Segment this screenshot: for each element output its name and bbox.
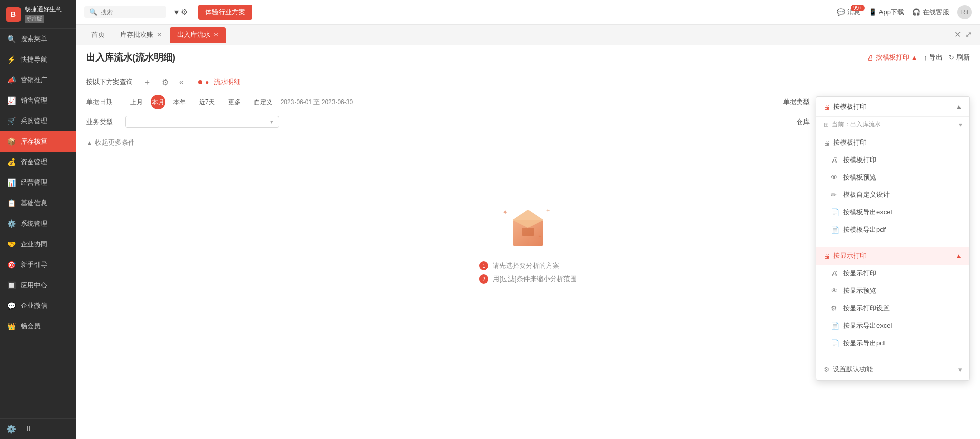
display-settings-item[interactable]: ⚙ 按显示打印设置 — [816, 300, 969, 317]
sidebar-item-purchase[interactable]: 🛒 采购管理 — [0, 111, 76, 131]
collapse-filter-icon[interactable]: « — [179, 77, 184, 87]
export-btn[interactable]: ↑ 导出 — [924, 53, 943, 62]
business-type-chevron: ▾ — [270, 118, 273, 125]
app-download-item[interactable]: 📱 App下载 — [869, 8, 904, 17]
svg-text:✦: ✦ — [546, 208, 550, 213]
sidebar-item-search[interactable]: 🔍 搜索菜单 — [0, 29, 76, 49]
display-preview-icon: 👁 — [831, 287, 839, 295]
collapse-btn[interactable]: ▲ 收起更多条件 — [86, 138, 135, 147]
tab-flow[interactable]: 出入库流水 ✕ — [170, 27, 226, 43]
tab-bar: 首页 库存批次账 ✕ 出入库流水 ✕ ✕ ⤢ — [76, 25, 980, 45]
date-more[interactable]: 更多 — [223, 96, 246, 108]
sidebar-item-inventory[interactable]: 📦 库存核算 — [0, 131, 76, 152]
page-header: 出入库流水(流水明细) 🖨 按模板打印 ▲ ↑ 导出 ↻ 刷新 — [76, 45, 980, 68]
flow-detail-dot — [198, 80, 202, 84]
display-preview-item[interactable]: 👁 按显示预览 — [816, 282, 969, 300]
search-input[interactable] — [101, 9, 152, 16]
gear-icon[interactable]: ⚙ — [181, 7, 188, 17]
message-item[interactable]: 💬 消息 99+ — [837, 8, 860, 17]
tab-batch[interactable]: 库存批次账 ✕ — [113, 27, 169, 43]
refresh-icon: ↻ — [949, 54, 954, 62]
flow-detail-item[interactable]: ● 流水明细 — [198, 75, 241, 89]
tab-bar-right: ✕ ⤢ — [954, 30, 972, 39]
date-last-month[interactable]: 上月 — [125, 96, 148, 108]
user-item[interactable]: Rit — [957, 5, 972, 19]
message-badge: 99+ — [851, 5, 865, 11]
sidebar-item-member[interactable]: 👑 畅会员 — [0, 316, 76, 336]
business-type-select[interactable]: ▾ — [125, 116, 279, 128]
settings-bottom-icon[interactable]: ⚙️ — [6, 424, 16, 434]
date-this-year[interactable]: 本年 — [168, 96, 191, 108]
display-pdf-icon: 📄 — [831, 339, 839, 347]
sidebar-item-enterprise[interactable]: 🤝 企业协同 — [0, 234, 76, 254]
sidebar-item-guide[interactable]: 🎯 新手引导 — [0, 254, 76, 275]
doc-type-label: 单据类型 — [783, 97, 810, 107]
sidebar: B 畅捷通好生意 标准版 🔍 搜索菜单 ⚡ 快捷导航 📣 营销推广 📈 销售管理… — [0, 0, 76, 439]
sidebar-item-operation[interactable]: 📊 经营管理 — [0, 172, 76, 193]
export-icon: ↑ — [924, 54, 928, 62]
date-7days[interactable]: 近7天 — [194, 96, 220, 108]
tab-home[interactable]: 首页 — [84, 27, 112, 43]
sidebar-item-marketing[interactable]: 📣 营销推广 — [0, 70, 76, 90]
online-service-item[interactable]: 🎧 在线客服 — [912, 8, 949, 17]
chevron-down-icon[interactable]: ▾ — [174, 7, 179, 17]
header-search-box[interactable]: 🔍 — [84, 6, 166, 18]
dropdown-separator-2 — [816, 356, 969, 356]
pause-bottom-icon[interactable]: ⏸ — [25, 424, 33, 434]
display-excel-item[interactable]: 📄 按显示导出excel — [816, 317, 969, 334]
settings-filter-icon[interactable]: ⚙ — [162, 77, 169, 87]
tab-close-all-icon[interactable]: ✕ — [954, 30, 961, 39]
date-filter-label: 单据日期 — [86, 97, 117, 107]
tab-flow-close[interactable]: ✕ — [213, 31, 219, 38]
tab-batch-close[interactable]: ✕ — [156, 31, 162, 38]
template-excel-item[interactable]: 📄 按模板导出excel — [816, 204, 969, 221]
business-type-label: 业务类型 — [86, 117, 117, 127]
chevron-up-dropdown-icon[interactable]: ▲ — [956, 103, 962, 110]
logo-text: 畅捷通好生意 标准版 — [25, 5, 62, 23]
date-custom[interactable]: 自定义 — [249, 96, 278, 108]
sidebar-item-finance[interactable]: 💰 资金管理 — [0, 152, 76, 172]
add-filter-icon[interactable]: ＋ — [143, 77, 151, 88]
trial-button[interactable]: 体验行业方案 — [198, 5, 252, 20]
print-template-btn[interactable]: 🖨 按模板打印 ▲ — [867, 53, 918, 62]
default-settings-icon: ⚙ — [824, 366, 830, 373]
template-custom-icon: ✏ — [831, 191, 839, 199]
display-section-header[interactable]: 🖨 按显示打印 ▲ — [816, 247, 969, 265]
print-header-icon: 🖨 — [824, 103, 830, 111]
template-print-item[interactable]: 🖨 按模板打印 — [816, 151, 969, 169]
sidebar-item-sales[interactable]: 📈 销售管理 — [0, 90, 76, 111]
date-this-month[interactable]: 本月 — [151, 95, 165, 109]
sidebar-item-appcenter[interactable]: 🔲 应用中心 — [0, 275, 76, 295]
template-section-header[interactable]: 🖨 按模板打印 — [816, 134, 969, 151]
current-chevron-icon[interactable]: ▾ — [959, 121, 962, 128]
enterprise-icon: 🤝 — [6, 239, 16, 249]
display-pdf-item[interactable]: 📄 按显示导出pdf — [816, 334, 969, 352]
member-icon: 👑 — [6, 321, 16, 331]
sidebar-item-quicknav[interactable]: ⚡ 快捷导航 — [0, 49, 76, 70]
empty-illustration: ✦ ✦ ✦ — [497, 199, 559, 251]
finance-icon: 💰 — [6, 157, 16, 167]
svg-rect-2 — [522, 228, 534, 236]
default-settings-chevron: ▾ — [958, 366, 962, 373]
quicknav-icon: ⚡ — [6, 54, 16, 65]
message-icon: 💬 — [837, 8, 845, 16]
main-area: 🔍 ▾ ⚙ 体验行业方案 💬 消息 99+ 📱 App下载 🎧 在线客服 — [76, 0, 980, 439]
default-settings-header[interactable]: ⚙ 设置默认功能 ▾ — [816, 361, 969, 378]
sidebar-item-system[interactable]: ⚙️ 系统管理 — [0, 213, 76, 234]
empty-svg: ✦ ✦ ✦ — [497, 199, 559, 251]
sidebar-item-wechat[interactable]: 💬 企业微信 — [0, 295, 76, 316]
operation-icon: 📊 — [6, 177, 16, 188]
sidebar-logo: B 畅捷通好生意 标准版 — [0, 0, 76, 29]
template-pdf-item[interactable]: 📄 按模板导出pdf — [816, 221, 969, 238]
template-custom-item[interactable]: ✏ 模板自定义设计 — [816, 186, 969, 204]
display-print-item[interactable]: 🖨 按显示打印 — [816, 265, 969, 282]
sidebar-item-basic[interactable]: 📋 基础信息 — [0, 193, 76, 213]
chevron-up-icon: ▲ — [911, 54, 918, 62]
template-pdf-icon: 📄 — [831, 226, 839, 234]
sales-icon: 📈 — [6, 95, 16, 106]
template-preview-item[interactable]: 👁 按模板预览 — [816, 169, 969, 186]
search-icon: 🔍 — [89, 8, 97, 16]
default-settings-section: ⚙ 设置默认功能 ▾ — [816, 358, 969, 380]
tab-expand-icon[interactable]: ⤢ — [965, 30, 972, 39]
refresh-btn[interactable]: ↻ 刷新 — [949, 53, 970, 62]
